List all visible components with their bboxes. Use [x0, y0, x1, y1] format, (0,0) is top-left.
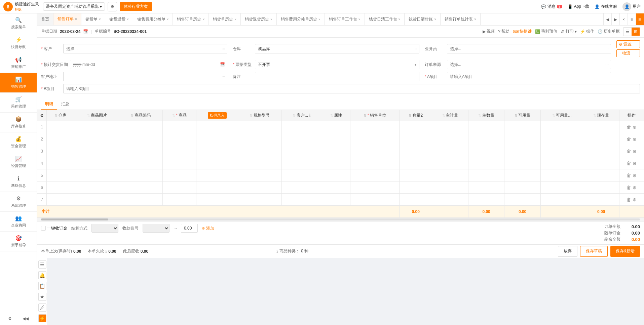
sidebar-item-system[interactable]: ⚙ 系统管理 — [0, 192, 37, 212]
online-service-btn[interactable]: 👤 在线客服 — [595, 4, 617, 9]
salesman-dots-btn[interactable]: ··· — [603, 46, 611, 51]
tab-next-btn[interactable]: ▶ — [612, 13, 620, 26]
order-source-dots-btn[interactable]: ··· — [603, 62, 611, 67]
tab-daily-workbench[interactable]: 钱货日清工作台 × — [365, 13, 405, 26]
horizontal-scrollbar[interactable] — [37, 218, 644, 221]
tab-close-all-btn[interactable]: × — [620, 13, 628, 26]
settings-side-btn[interactable]: ⚙ 设置 — [616, 40, 640, 48]
th-settings[interactable]: ⚙ — [37, 110, 47, 121]
operation-btn[interactable]: ⚡ 操作 — [580, 29, 594, 34]
th-stock[interactable]: ⇅ 现存量 — [583, 110, 619, 121]
sidebar-item-management[interactable]: 📈 经营管理 — [0, 152, 37, 172]
add-material-btn[interactable]: + 物流 — [616, 49, 640, 57]
th-customer-code[interactable]: ⇅ 客户... ℹ — [282, 110, 322, 121]
row-main-qty[interactable] — [468, 121, 504, 133]
delete-row-btn[interactable]: 🗑 — [627, 124, 631, 130]
tab-bill-history[interactable]: 销货单历史 × — [209, 13, 241, 26]
delete-row-btn[interactable]: 🗑 — [627, 161, 631, 166]
save-new-button[interactable]: 保存&新增 — [610, 246, 640, 257]
bulk-collect-checkbox[interactable]: 一键收订金 — [41, 226, 67, 231]
row-available2[interactable] — [540, 121, 583, 133]
sidebar-item-finance[interactable]: 💰 资金管理 — [0, 132, 37, 152]
salesman-input[interactable]: ··· — [447, 44, 611, 53]
video-btn[interactable]: ▶ 视频 — [483, 29, 495, 34]
delivery-input[interactable]: 📅 — [70, 60, 227, 69]
b-project-input[interactable] — [63, 84, 640, 93]
app-download-btn[interactable]: 📱 App下载 — [568, 4, 589, 9]
system-selector[interactable]: 装备及固定资产辅助管理系统 ▾ — [43, 2, 105, 11]
th-image[interactable]: ⇅ 商品图片 — [75, 110, 119, 121]
tab-stats[interactable]: 销售订单统计表 × — [441, 13, 481, 26]
tab-prev-btn[interactable]: ◀ — [604, 13, 612, 26]
help-btn[interactable]: ? 帮助 — [498, 29, 509, 34]
close-tab-icon[interactable]: × — [318, 17, 320, 21]
row-stock[interactable] — [583, 121, 619, 133]
tab-home[interactable]: 首页 — [37, 13, 53, 26]
sub-tab-detail[interactable]: 明细 — [41, 99, 57, 110]
scan-btn[interactable]: 扫码录入 — [208, 112, 227, 119]
calendar-icon[interactable]: 📅 — [218, 62, 227, 67]
remark-text-input[interactable] — [255, 74, 419, 79]
copy-row-btn[interactable]: ⊕ — [633, 173, 637, 178]
right-panel-btn-2[interactable]: 🔔 — [38, 271, 46, 279]
add-btn[interactable]: ⊕ 添加 — [202, 226, 214, 231]
sidebar-settings[interactable]: ⚙ — [7, 315, 13, 322]
customer-dots-btn[interactable]: ··· — [220, 46, 227, 51]
a-project-text-input[interactable] — [447, 74, 611, 79]
sidebar-item-search[interactable]: 🔍 搜索菜单 — [0, 13, 37, 33]
th-code[interactable]: ⇅ 商品编码 — [119, 110, 162, 121]
close-tab-icon[interactable]: × — [75, 17, 77, 21]
remark-input[interactable] — [255, 72, 419, 81]
delete-row-btn[interactable]: 🗑 — [627, 185, 631, 190]
row-qty2[interactable] — [400, 121, 432, 133]
list-view-btn[interactable]: ☰ — [623, 28, 632, 36]
salesman-text-input[interactable] — [447, 46, 603, 51]
close-tab-icon[interactable]: × — [399, 17, 401, 21]
grid-view-btn[interactable]: ⊞ — [632, 28, 640, 36]
table-wrap[interactable]: ⚙ ⇅ 仓库 ⇅ 商品图片 ⇅ — [37, 110, 644, 221]
a-project-input[interactable] — [447, 72, 611, 81]
copy-row-btn[interactable]: ⊕ — [633, 136, 637, 142]
tab-return[interactable]: 销货退货 × — [105, 13, 133, 26]
discard-button[interactable]: 放弃 — [558, 246, 577, 257]
copy-row-btn[interactable]: ⊕ — [633, 185, 637, 190]
order-source-text-input[interactable] — [447, 62, 603, 67]
message-btn[interactable]: 💬 消息 9 — [541, 4, 562, 9]
right-panel-btn-3[interactable]: 📋 — [38, 282, 46, 290]
delivery-date-input[interactable] — [70, 62, 218, 67]
th-attributes[interactable]: ⇅ 属性 — [322, 110, 350, 121]
user-avatar[interactable]: 👤 用户 — [622, 2, 641, 11]
bank-dots-btn[interactable]: ··· — [174, 226, 177, 231]
shortcut-btn[interactable]: ⌨ 快捷键 — [513, 29, 532, 34]
tab-expense-history[interactable]: 销售费用分摊单历史 × — [277, 13, 325, 26]
th-spec[interactable]: ⇅ 规格型号 — [238, 110, 282, 121]
delete-row-btn[interactable]: 🗑 — [627, 173, 631, 178]
close-tab-icon[interactable]: × — [127, 17, 129, 21]
settings-button[interactable]: ⚙ — [108, 2, 117, 11]
th-available2[interactable]: ⇅ 可用量... — [540, 110, 583, 121]
customer-input[interactable]: ··· — [63, 44, 227, 53]
th-warehouse[interactable]: ⇅ 仓库 — [47, 110, 75, 121]
th-available[interactable]: ⇅ 可用量 — [504, 110, 540, 121]
invoice-select[interactable]: 不开票 ▾ — [255, 60, 419, 69]
address-text-input[interactable] — [64, 74, 220, 79]
close-tab-icon[interactable]: × — [99, 17, 101, 21]
tab-order-history[interactable]: 销售订单历史 × — [173, 13, 209, 26]
sub-tab-summary[interactable]: 汇总 — [57, 99, 73, 110]
sidebar-item-marketing[interactable]: 📢 营销推广 — [0, 53, 37, 73]
tab-sales-order[interactable]: 销售订单 × — [53, 13, 81, 26]
close-tab-icon[interactable]: × — [202, 17, 204, 21]
order-source-input[interactable]: ··· — [447, 60, 611, 69]
delete-row-btn[interactable]: 🗑 — [627, 136, 631, 142]
sidebar-item-purchase[interactable]: 🛒 采购管理 — [0, 93, 37, 113]
sidebar-item-collab[interactable]: 👥 企业协同 — [0, 212, 37, 232]
print-btn[interactable]: 🖨 打印 ▾ — [561, 29, 577, 34]
address-dots-btn[interactable]: ··· — [220, 74, 227, 79]
warehouse-input[interactable]: 成品库 ··· — [255, 44, 419, 53]
tab-workbench[interactable]: 销售订单工作台 × — [325, 13, 365, 26]
sidebar-item-sales[interactable]: 📊 销售管理 — [0, 73, 37, 93]
th-main-qty[interactable]: ⇅ 主数量 — [468, 110, 504, 121]
sidebar-item-newbie[interactable]: 🎯 新手引导 — [0, 232, 37, 251]
row-customer-code[interactable] — [282, 121, 322, 133]
tab-expense-split[interactable]: 销售费用分摊单 × — [133, 13, 173, 26]
